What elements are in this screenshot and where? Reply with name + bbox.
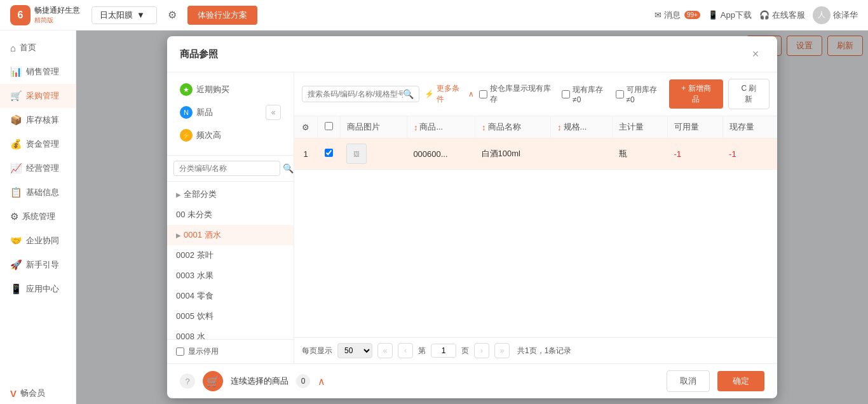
next-page-btn[interactable]: ›	[474, 343, 489, 358]
category-item-all[interactable]: ▶ 全部分类	[167, 184, 294, 205]
confirm-btn[interactable]: 确定	[717, 371, 764, 391]
logo-text: 畅捷通好生意 精简版	[34, 6, 80, 24]
main-layout: ⌂ 首页 📊 销售管理 🛒 采购管理 📦 库存核算 💰 资金管理 📈 经营管理 …	[0, 30, 868, 404]
message-icon: ✉	[654, 10, 661, 20]
quick-access-new[interactable]: N 新品	[173, 102, 259, 123]
category-search-icon[interactable]: 🔍	[283, 163, 294, 173]
sidebar-item-member[interactable]: V 畅会员	[0, 381, 76, 404]
quick-access-frequent[interactable]: ⚡ 频次高	[173, 125, 259, 146]
per-page-label: 每页显示	[302, 346, 332, 356]
inventory-icon: 📦	[10, 114, 22, 126]
cart-icon[interactable]: 🛒	[203, 371, 223, 391]
modal-footer: ? 🛒 连续选择的商品 0 ∧ 取消 确定	[167, 363, 777, 398]
app-download-item[interactable]: 📱 App下载	[708, 10, 752, 21]
product-search-box: 🔍	[302, 86, 419, 102]
prev-page-btn[interactable]: ‹	[398, 343, 413, 358]
notification-badge: 99+	[684, 11, 700, 19]
sidebar-item-operations[interactable]: 📈 经营管理	[0, 156, 76, 180]
main-content: 查询 设置 刷新 商品参照 ×	[76, 30, 868, 404]
quick-access-area: ★ 近期购买 N 新品 ⚡ 频次高	[167, 72, 294, 156]
category-item-0004[interactable]: 0004 零食	[167, 286, 294, 306]
sidebar-item-home[interactable]: ⌂ 首页	[0, 36, 76, 60]
category-item-0005[interactable]: 0005 饮料	[167, 306, 294, 327]
user-item[interactable]: 人 徐泽华	[813, 6, 858, 24]
category-item-0001[interactable]: ▶ 0001 酒水	[167, 225, 294, 245]
category-item-0002[interactable]: 0002 茶叶	[167, 245, 294, 266]
more-conditions-btn[interactable]: ⚡ 更多条件 ∧	[424, 83, 474, 105]
page-total: 共1页，1条记录	[517, 346, 571, 356]
help-icon[interactable]: ?	[180, 374, 195, 389]
available-stock-checkbox[interactable]	[616, 90, 624, 98]
headset-icon: 🎧	[759, 10, 770, 20]
row-index: 1	[294, 138, 317, 170]
app-center-icon: 📱	[10, 283, 22, 295]
product-table: ⚙ 商品图片	[294, 116, 777, 170]
row-select-checkbox[interactable]	[325, 149, 333, 157]
pagination-bar: 每页显示 50 100 200 « ‹ 第 页 ›	[294, 337, 777, 363]
collapse-left-btn[interactable]: «	[266, 105, 281, 120]
sidebar-item-enterprise[interactable]: 🤝 企业协同	[0, 229, 76, 253]
product-thumbnail: 🖼	[346, 144, 367, 164]
select-all-checkbox[interactable]	[325, 122, 333, 130]
quick-access-recent[interactable]: ★ 近期购买	[173, 79, 259, 100]
modal-body: ★ 近期购买 N 新品 ⚡ 频次高	[167, 72, 777, 363]
cancel-btn[interactable]: 取消	[667, 370, 710, 392]
th-product-code: ↕ 商品...	[407, 116, 475, 138]
sidebar-item-basic-info[interactable]: 📋 基础信息	[0, 180, 76, 205]
warehouse-stock-checkbox[interactable]	[479, 90, 487, 98]
checkbox-current-stock: 现有库存≠0	[562, 84, 610, 104]
branch-selector[interactable]: 日太阳膜 ▼	[92, 6, 157, 24]
nav-right: ✉ 消息 99+ 📱 App下载 🎧 在线客服 人 徐泽华	[654, 6, 858, 24]
modal-overlay: 商品参照 × ★ 近期购买	[76, 30, 868, 404]
category-item-0008[interactable]: 0008 水	[167, 327, 294, 339]
right-panel: 🔍 ⚡ 更多条件 ∧ 按仓库显示现有库存	[294, 72, 777, 363]
current-stock-checkbox[interactable]	[562, 90, 570, 98]
guide-icon: 🚀	[10, 259, 22, 271]
sidebar-item-sales[interactable]: 📊 销售管理	[0, 60, 76, 84]
settings-icon[interactable]: ⚙	[162, 5, 182, 25]
th-stock: 现存量	[722, 116, 777, 138]
close-button[interactable]: ×	[747, 45, 764, 63]
table-row[interactable]: 1 🖼	[294, 138, 777, 170]
top-nav: 6 畅捷通好生意 精简版 日太阳膜 ▼ ⚙ 体验行业方案 ✉ 消息 99+ 📱 …	[0, 0, 868, 30]
show-disabled-checkbox[interactable]	[176, 347, 184, 356]
sidebar-item-purchase[interactable]: 🛒 采购管理	[0, 84, 76, 108]
continuous-select-label: 连续选择的商品	[231, 375, 288, 387]
notifications-item[interactable]: ✉ 消息 99+	[654, 10, 700, 21]
per-page-select[interactable]: 50 100 200	[337, 343, 372, 358]
operations-icon: 📈	[10, 163, 22, 174]
row-code: 000600...	[407, 138, 475, 170]
show-disabled-label[interactable]: 显示停用	[188, 346, 219, 357]
member-icon: V	[10, 388, 17, 399]
th-product-name: ↕ 商品名称	[475, 116, 551, 138]
sidebar-item-guide[interactable]: 🚀 新手引导	[0, 253, 76, 277]
info-icon: 📋	[10, 187, 22, 198]
search-icon[interactable]: 🔍	[403, 89, 414, 99]
sidebar-item-finance[interactable]: 💰 资金管理	[0, 132, 76, 156]
freq-icon: ⚡	[180, 129, 193, 142]
collapse-footer-icon[interactable]: ∧	[318, 375, 325, 387]
finance-icon: 💰	[10, 138, 22, 150]
category-search-input[interactable]	[173, 161, 280, 176]
first-page-btn[interactable]: «	[377, 343, 393, 358]
sidebar-item-system[interactable]: ⚙ 系统管理	[0, 205, 76, 229]
sidebar-item-inventory[interactable]: 📦 库存核算	[0, 108, 76, 132]
category-item-00[interactable]: 00 未分类	[167, 205, 294, 225]
modal-title: 商品参照	[180, 48, 747, 60]
th-settings[interactable]: ⚙	[294, 116, 317, 138]
phone-icon: 📱	[708, 10, 718, 20]
product-search-input[interactable]	[308, 90, 403, 98]
sidebar-item-app-center[interactable]: 📱 应用中心	[0, 277, 76, 301]
refresh-btn[interactable]: C 刷新	[728, 79, 770, 109]
sort-icon-spec: ↕	[557, 123, 562, 132]
home-icon: ⌂	[10, 43, 16, 53]
chevron-down-icon: ▼	[137, 10, 145, 20]
new-product-btn[interactable]: + 新增商品	[669, 79, 723, 109]
sort-icon: ↕	[414, 123, 418, 132]
category-item-0003[interactable]: 0003 水果	[167, 266, 294, 286]
online-service-item[interactable]: 🎧 在线客服	[759, 10, 805, 21]
experience-btn[interactable]: 体验行业方案	[187, 6, 257, 25]
page-number-input[interactable]	[431, 344, 456, 358]
last-page-btn[interactable]: »	[494, 343, 510, 358]
enterprise-icon: 🤝	[10, 235, 22, 246]
